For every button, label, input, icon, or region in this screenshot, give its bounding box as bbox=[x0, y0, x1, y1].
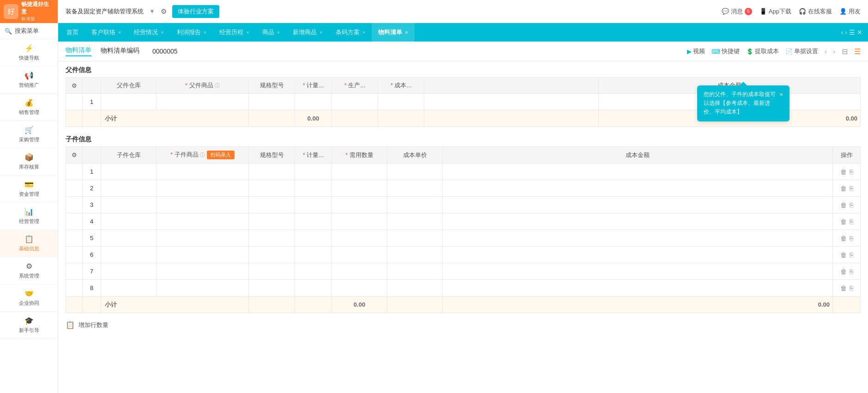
sidebar-item-search[interactable]: 🔍 搜索菜单 bbox=[0, 23, 58, 39]
action-cost[interactable]: 💲 提取成本 bbox=[746, 47, 779, 55]
delete-icon[interactable]: 🗑 bbox=[840, 284, 847, 292]
child-row-product[interactable] bbox=[157, 230, 249, 247]
app-download-btn[interactable]: 📱 App下载 bbox=[760, 7, 791, 16]
child-row-warehouse[interactable] bbox=[101, 263, 157, 280]
child-row-unit[interactable] bbox=[295, 247, 332, 263]
copy-icon[interactable]: ⎘ bbox=[850, 168, 853, 175]
child-row-spec[interactable] bbox=[249, 230, 295, 247]
tab-operations-close[interactable]: × bbox=[161, 30, 163, 35]
nav-arrow-right[interactable]: › bbox=[833, 48, 835, 55]
experience-btn[interactable]: 体验行业方案 bbox=[172, 5, 219, 18]
online-service-btn[interactable]: 🎧 在线客服 bbox=[799, 7, 832, 16]
tab-customer-close[interactable]: × bbox=[118, 30, 121, 35]
child-row-product[interactable] bbox=[157, 197, 249, 213]
child-row-warehouse[interactable] bbox=[101, 163, 157, 180]
delete-icon[interactable]: 🗑 bbox=[840, 185, 847, 192]
child-row-needed[interactable] bbox=[332, 163, 387, 180]
child-row-spec[interactable] bbox=[249, 247, 295, 263]
child-row-unit-cost[interactable] bbox=[387, 197, 443, 213]
nav-prev-icon[interactable]: ‹ bbox=[841, 29, 844, 36]
child-row-unit[interactable] bbox=[295, 180, 332, 197]
delete-icon[interactable]: 🗑 bbox=[840, 201, 847, 209]
child-row-unit[interactable] bbox=[295, 163, 332, 180]
tab-bom[interactable]: 物料清单 × bbox=[372, 23, 414, 42]
child-row-unit-cost[interactable] bbox=[387, 280, 443, 296]
delete-icon[interactable]: 🗑 bbox=[840, 235, 847, 242]
child-row-needed[interactable] bbox=[332, 213, 387, 230]
sidebar-item-sales[interactable]: 💰 销售管理 bbox=[0, 94, 58, 121]
child-row-product[interactable] bbox=[157, 263, 249, 280]
tab-barcode-close[interactable]: × bbox=[362, 30, 365, 35]
tab-history-close[interactable]: × bbox=[246, 30, 249, 35]
child-row-spec[interactable] bbox=[249, 197, 295, 213]
child-row-spec[interactable] bbox=[249, 263, 295, 280]
child-row-needed[interactable] bbox=[332, 197, 387, 213]
child-row-warehouse[interactable] bbox=[101, 247, 157, 263]
child-row-product[interactable] bbox=[157, 247, 249, 263]
settings-icon[interactable]: ⚙ bbox=[161, 7, 167, 16]
child-row-unit-cost[interactable] bbox=[387, 263, 443, 280]
tab-history[interactable]: 经营历程 × bbox=[213, 23, 255, 42]
parent-row1-unit[interactable] bbox=[295, 94, 332, 110]
child-row-unit-cost[interactable] bbox=[387, 230, 443, 247]
tab-profit[interactable]: 利润报告 × bbox=[170, 23, 213, 42]
tab-profit-close[interactable]: × bbox=[204, 30, 206, 35]
child-row-needed[interactable] bbox=[332, 247, 387, 263]
tab-new-goods-close[interactable]: × bbox=[319, 30, 322, 35]
tab-barcode[interactable]: 条码方案 × bbox=[329, 23, 372, 42]
child-row-needed[interactable] bbox=[332, 180, 387, 197]
child-row-spec[interactable] bbox=[249, 180, 295, 197]
copy-icon[interactable]: ⎘ bbox=[850, 218, 853, 225]
delete-icon[interactable]: 🗑 bbox=[840, 251, 847, 259]
sidebar-item-quick-nav[interactable]: ⚡ 快捷导航 bbox=[0, 39, 58, 67]
child-row-product[interactable] bbox=[157, 180, 249, 197]
child-row-product[interactable] bbox=[157, 213, 249, 230]
parent-row1-warehouse[interactable] bbox=[101, 94, 157, 110]
parent-row1-produce[interactable] bbox=[332, 94, 378, 110]
copy-icon[interactable]: ⎘ bbox=[850, 284, 853, 292]
delete-icon[interactable]: 🗑 bbox=[840, 218, 847, 225]
child-row-unit[interactable] bbox=[295, 197, 332, 213]
tab-home[interactable]: 首页 bbox=[60, 23, 85, 42]
copy-icon[interactable]: ⎘ bbox=[850, 268, 853, 275]
copy-icon[interactable]: ⎘ bbox=[850, 251, 853, 259]
sidebar-item-guide[interactable]: 🎓 新手引导 bbox=[0, 312, 58, 339]
child-row-warehouse[interactable] bbox=[101, 230, 157, 247]
action-single-setting[interactable]: 📄 单据设置 bbox=[785, 47, 818, 55]
messages-btn[interactable]: 💬 消息 6 bbox=[722, 7, 752, 16]
scan-btn[interactable]: 扫码录入 bbox=[207, 151, 235, 159]
child-row-needed[interactable] bbox=[332, 230, 387, 247]
child-row-unit-cost[interactable] bbox=[387, 213, 443, 230]
parent-row1-cost[interactable] bbox=[378, 94, 424, 110]
action-shortcut[interactable]: ⌨ 快捷键 bbox=[711, 47, 740, 55]
sidebar-item-enterprise[interactable]: 🤝 企业协同 bbox=[0, 284, 58, 312]
child-row-warehouse[interactable] bbox=[101, 180, 157, 197]
child-row-product[interactable] bbox=[157, 163, 249, 180]
child-row-unit-cost[interactable] bbox=[387, 163, 443, 180]
nav-menu-icon[interactable]: ☰ bbox=[849, 29, 855, 36]
child-row-unit[interactable] bbox=[295, 280, 332, 296]
tab-customer[interactable]: 客户联络 × bbox=[85, 23, 127, 42]
child-row-warehouse[interactable] bbox=[101, 280, 157, 296]
copy-icon[interactable]: ⎘ bbox=[850, 185, 853, 192]
delete-icon[interactable]: 🗑 bbox=[840, 268, 847, 275]
tab-goods-close[interactable]: × bbox=[277, 30, 280, 35]
nav-close-all-icon[interactable]: ✕ bbox=[857, 29, 862, 36]
child-row-warehouse[interactable] bbox=[101, 213, 157, 230]
child-row-spec[interactable] bbox=[249, 163, 295, 180]
add-row-icon[interactable]: 📋 bbox=[66, 320, 75, 329]
child-row-spec[interactable] bbox=[249, 280, 295, 296]
action-video[interactable]: ▶ 视频 bbox=[687, 47, 705, 55]
child-row-unit[interactable] bbox=[295, 213, 332, 230]
sub-tab-bom-code[interactable]: 物料清单编码 bbox=[101, 47, 139, 56]
user-btn[interactable]: 👤 用友 bbox=[839, 7, 861, 16]
child-row-needed[interactable] bbox=[332, 263, 387, 280]
nav-next-icon[interactable]: › bbox=[845, 29, 847, 36]
tab-bom-close[interactable]: × bbox=[405, 30, 408, 35]
child-row-unit-cost[interactable] bbox=[387, 247, 443, 263]
sidebar-item-marketing[interactable]: 📢 营销推广 bbox=[0, 67, 58, 94]
child-row-unit[interactable] bbox=[295, 263, 332, 280]
info-icon-parent[interactable]: ⓘ bbox=[215, 83, 220, 88]
parent-row1-product[interactable] bbox=[157, 94, 249, 110]
info-icon-child[interactable]: ⓘ bbox=[200, 152, 205, 157]
